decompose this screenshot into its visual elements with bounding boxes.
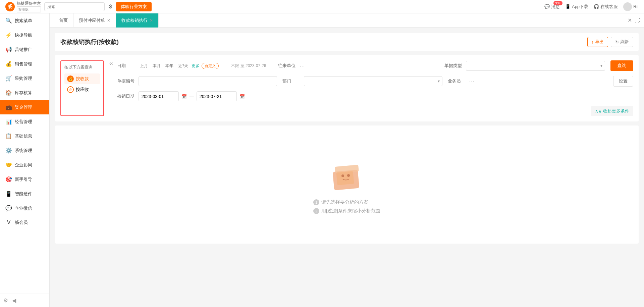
brand-name: 畅捷通好生意 xyxy=(17,1,41,6)
staff-field: 业务员 ··· xyxy=(448,78,608,84)
writeoff-end-date[interactable] xyxy=(197,91,237,101)
query-button[interactable]: 查询 xyxy=(610,60,633,71)
service-item[interactable]: 🎧 在线客服 xyxy=(594,4,618,10)
sidebar-item-guide[interactable]: 🎯 新手引导 xyxy=(0,172,49,187)
industry-button[interactable]: 体验行业方案 xyxy=(116,2,152,11)
sidebar-item-enterprise[interactable]: 🤝 企业协同 xyxy=(0,158,49,172)
prepay-tab-close[interactable]: ✕ xyxy=(107,18,110,23)
bill-type-select-wrapper: ▾ xyxy=(466,61,605,71)
prepay-tab-label: 预付冲应付单 xyxy=(79,17,105,23)
tab-home[interactable]: 首页 xyxy=(54,13,73,28)
filter-option-receivable[interactable]: ⏱ 按应收 xyxy=(64,84,100,95)
shortcut-this-month[interactable]: 本月 xyxy=(151,62,162,69)
shortcut-7days[interactable]: 近7天 xyxy=(177,62,190,69)
writeoff-date-range: 📅 — 📅 xyxy=(139,91,633,101)
message-item[interactable]: 💬 消息 99+ xyxy=(544,4,560,10)
step1-number: 1 xyxy=(313,199,319,205)
tab-prepay[interactable]: 预付冲应付单 ✕ xyxy=(73,13,116,28)
home-tab-label: 首页 xyxy=(59,17,68,23)
close-tab-icon[interactable]: ✕ xyxy=(628,17,632,23)
shortcut-this-year[interactable]: 本年 xyxy=(164,62,175,69)
sidebar-icon-inventory: 🏠 xyxy=(5,90,12,96)
sidebar-item-member[interactable]: V 畅会员 xyxy=(0,215,49,229)
bill-no-input[interactable] xyxy=(139,76,277,86)
empty-state: 1 请先选择要分析的方案 2 用[过滤]条件来缩小分析范围 xyxy=(55,125,639,244)
step1-text: 请先选择要分析的方案 xyxy=(321,199,368,205)
filter-row-3: 核销日期 📅 — 📅 xyxy=(117,91,633,101)
sidebar-item-hardware[interactable]: 📱 智能硬件 xyxy=(0,187,49,201)
sidebar-item-marketing[interactable]: 📢 营销推广 xyxy=(0,42,49,57)
sidebar-label-purchase: 采购管理 xyxy=(15,75,32,82)
service-label: 在线客服 xyxy=(600,4,618,10)
svg-point-3 xyxy=(341,174,344,177)
sidebar-item-sales[interactable]: 💰 销售管理 xyxy=(0,57,49,71)
counterpart-dots[interactable]: ··· xyxy=(300,63,305,68)
top-bar-right: 💬 消息 99+ 📱 App下载 🎧 在线客服 Rit xyxy=(544,2,639,11)
export-label: 导出 xyxy=(595,39,604,45)
bill-type-select[interactable] xyxy=(466,61,605,71)
sidebar-icon-wechat: 💬 xyxy=(5,205,12,211)
collapse-more-button[interactable]: ∧∧ 收起更多条件 xyxy=(591,106,633,116)
sidebar-label-search: 搜索菜单 xyxy=(15,18,32,24)
staff-dots[interactable]: ··· xyxy=(469,79,475,84)
sidebar-item-wechat[interactable]: 💬 企业微信 xyxy=(0,201,49,215)
collapse-more-label: 收起更多条件 xyxy=(603,108,629,114)
content-area: 首页 预付冲应付单 ✕ 收款核销执行 ✕ ✕ ⛶ 收款核销执行(按收款) xyxy=(50,13,644,307)
service-icon: 🎧 xyxy=(594,4,599,9)
message-icon: 💬 xyxy=(544,4,550,9)
collapse-icon[interactable]: ◀ xyxy=(12,297,16,304)
shortcut-custom[interactable]: 自定义 xyxy=(202,63,219,69)
tab-receipt[interactable]: 收款核销执行 ✕ xyxy=(116,13,159,28)
settings-icon[interactable]: ⚙ xyxy=(3,297,8,304)
user-item[interactable]: Rit xyxy=(623,2,639,11)
collapse-row: ∧∧ 收起更多条件 xyxy=(117,106,633,116)
writeoff-start-date[interactable] xyxy=(139,91,179,101)
sidebar-item-business[interactable]: 📊 经营管理 xyxy=(0,114,49,129)
sidebar-item-quick[interactable]: ⚡ 快捷导航 xyxy=(0,28,49,42)
filter-collapse-button[interactable]: ‹‹ xyxy=(109,60,113,116)
filter-sidebar: 按以下方案查询 💰 按收款 ⏱ 按应收 xyxy=(60,60,104,116)
bill-type-field: 单据类型 ▾ xyxy=(444,61,605,71)
sidebar-label-system: 系统管理 xyxy=(15,148,32,154)
sidebar-icon-guide: 🎯 xyxy=(5,176,12,183)
filter-option-receipt[interactable]: 💰 按收款 xyxy=(64,73,100,84)
collapse-more-icon: ∧∧ xyxy=(595,109,602,114)
sidebar-label-guide: 新手引导 xyxy=(15,176,32,183)
app-download-item[interactable]: 📱 App下载 xyxy=(565,4,588,10)
writeoff-start-calendar-icon[interactable]: 📅 xyxy=(181,94,187,99)
writeoff-end-calendar-icon[interactable]: 📅 xyxy=(239,94,245,99)
filter-panel: 按以下方案查询 💰 按收款 ⏱ 按应收 ‹‹ xyxy=(55,55,639,121)
date-field: 日期 上月 本月 本年 近7天 更多 自定义 xyxy=(117,62,224,69)
sidebar-item-inventory[interactable]: 🏠 库存核算 xyxy=(0,86,49,100)
counterpart-field: 往来单位 ··· xyxy=(278,63,439,69)
search-input[interactable] xyxy=(44,2,105,11)
sidebar-item-system[interactable]: ⚙️ 系统管理 xyxy=(0,143,49,158)
dept-label: 部门 xyxy=(282,78,301,84)
refresh-button[interactable]: ↻ 刷新 xyxy=(611,37,633,47)
export-button[interactable]: ↑ 导出 xyxy=(587,37,608,47)
setting-button[interactable]: 设置 xyxy=(613,76,633,87)
expand-tab-icon[interactable]: ⛶ xyxy=(635,17,640,23)
sidebar-label-sales: 销售管理 xyxy=(15,61,32,67)
sidebar-item-capital[interactable]: 💼 资金管理 xyxy=(0,100,49,114)
gear-icon[interactable]: ⚙ xyxy=(108,3,113,10)
tab-bar-actions: ✕ ⛶ xyxy=(628,17,640,23)
shortcut-more[interactable]: 更多 xyxy=(192,63,200,69)
receipt-option-label: 按收款 xyxy=(76,76,89,82)
export-icon: ↑ xyxy=(592,40,594,45)
date-shortcuts: 上月 本月 本年 近7天 更多 自定义 xyxy=(139,62,219,69)
sidebar-item-basic[interactable]: 📋 基础信息 xyxy=(0,129,49,143)
bill-no-field: 单据编号 xyxy=(117,76,277,86)
sidebar-item-purchase[interactable]: 🛒 采购管理 xyxy=(0,71,49,86)
receipt-tab-close[interactable]: ✕ xyxy=(150,18,153,23)
shortcut-last-month[interactable]: 上月 xyxy=(139,62,149,69)
sidebar-label-inventory: 库存核算 xyxy=(15,90,32,96)
sidebar-icon-hardware: 📱 xyxy=(5,191,12,197)
message-badge: 99+ xyxy=(553,1,562,5)
receivable-option-icon: ⏱ xyxy=(67,86,74,93)
dept-select[interactable] xyxy=(304,76,442,86)
top-bar: 畅 畅捷通好生意 标准版 ⚙ 体验行业方案 💬 消息 99+ 📱 App下载 🎧… xyxy=(0,0,644,13)
bill-no-label: 单据编号 xyxy=(117,78,136,84)
empty-step2: 2 用[过滤]条件来缩小分析范围 xyxy=(313,208,380,214)
sidebar-item-search[interactable]: 🔍 搜索菜单 xyxy=(0,13,49,28)
